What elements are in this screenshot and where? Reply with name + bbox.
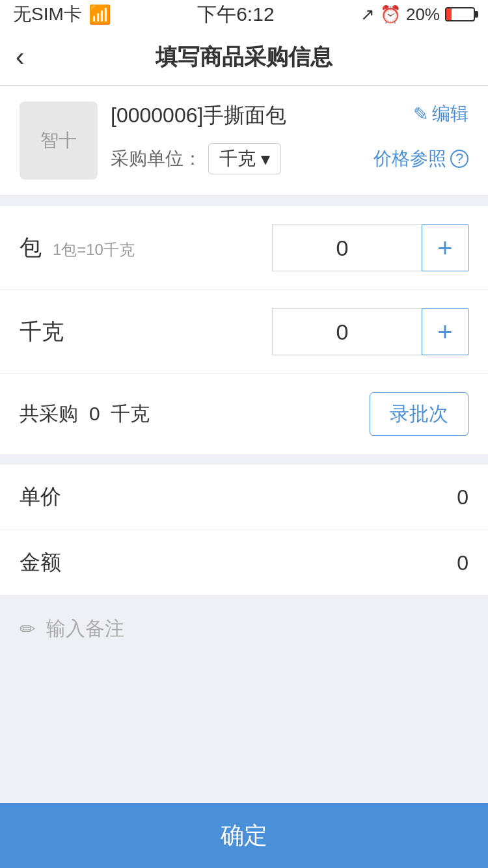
batch-button[interactable]: 录批次 [370,392,468,436]
bag-sub-label: 1包=10千克 [53,241,135,258]
location-icon: ↗ [360,5,375,25]
kg-plus-button[interactable]: + [422,308,468,355]
alarm-icon: ⏰ [380,5,401,25]
bag-input-row: 包 1包=10千克 + [0,206,488,290]
unit-select-group: 采购单位： 千克 ▾ [111,143,281,174]
edit-label: 编辑 [432,102,468,126]
page-title: 填写商品采购信息 [156,42,332,72]
wifi-icon: 📶 [88,4,111,25]
kg-input-row: 千克 + [0,290,488,374]
status-right: ↗ ⏰ 20% [360,5,475,25]
price-ref-icon: ? [450,150,468,168]
product-card: 智十 [0000006]手撕面包 ✎ 编辑 采购单位： 千克 ▾ 价格参照 ? [0,86,488,196]
kg-label: 千克 [20,317,64,347]
price-value: 0 [457,485,468,509]
product-header: [0000006]手撕面包 ✎ 编辑 [111,102,468,130]
separator-2 [0,454,488,465]
confirm-button-label: 确定 [221,820,267,852]
status-bar: 无SIM卡 📶 下午6:12 ↗ ⏰ 20% [0,0,488,29]
amount-value: 0 [457,551,468,575]
product-info: [0000006]手撕面包 ✎ 编辑 采购单位： 千克 ▾ 价格参照 ? [111,102,468,174]
edit-icon: ✎ [413,103,428,125]
kg-quantity-input[interactable] [272,308,422,355]
status-time: 下午6:12 [197,1,274,28]
summary-text-group: 共采购 0 千克 [20,401,150,427]
product-unit-row: 采购单位： 千克 ▾ 价格参照 ? [111,143,468,174]
dropdown-arrow: ▾ [261,148,270,170]
unit-value: 千克 [219,146,256,171]
price-label: 单价 [20,483,61,511]
product-thumbnail: 智十 [20,102,98,180]
battery-label: 20% [406,5,440,25]
unit-prefix-label: 采购单位： [111,146,202,171]
separator-1 [0,196,488,206]
product-thumb-text: 智十 [40,128,77,153]
notes-section[interactable]: ✏ 输入备注 [0,596,488,661]
unit-dropdown[interactable]: 千克 ▾ [208,143,281,174]
bag-plus-icon: + [437,234,452,263]
status-left: 无SIM卡 📶 [13,2,111,27]
summary-unit: 千克 [111,403,150,424]
carrier-label: 无SIM卡 [13,2,82,27]
price-ref-label: 价格参照 [373,146,446,171]
bag-input-group: + [272,224,468,271]
input-section: 包 1包=10千克 + 千克 + [0,206,488,374]
amount-label: 金额 [20,549,61,577]
summary-prefix: 共采购 [20,403,78,424]
bag-label: 包 [20,235,42,260]
bag-quantity-input[interactable] [272,224,422,271]
bag-label-group: 包 1包=10千克 [20,233,135,263]
price-section: 单价 0 金额 0 [0,465,488,596]
notes-placeholder: 输入备注 [46,616,124,642]
kg-input-group: + [272,308,468,355]
kg-plus-icon: + [437,318,452,347]
amount-row: 金额 0 [0,530,488,596]
edit-button[interactable]: ✎ 编辑 [413,102,468,126]
bag-plus-button[interactable]: + [422,224,468,271]
battery-icon [445,7,475,21]
back-button[interactable]: ‹ [16,42,24,72]
summary-row: 共采购 0 千克 录批次 [0,374,488,454]
batch-button-label: 录批次 [390,403,448,424]
price-ref-button[interactable]: 价格参照 ? [373,146,468,171]
price-row: 单价 0 [0,465,488,530]
nav-bar: ‹ 填写商品采购信息 [0,29,488,86]
confirm-button[interactable]: 确定 [0,803,488,868]
summary-quantity: 0 [89,403,100,424]
product-name: [0000006]手撕面包 [111,102,286,130]
notes-icon: ✏ [20,617,36,640]
